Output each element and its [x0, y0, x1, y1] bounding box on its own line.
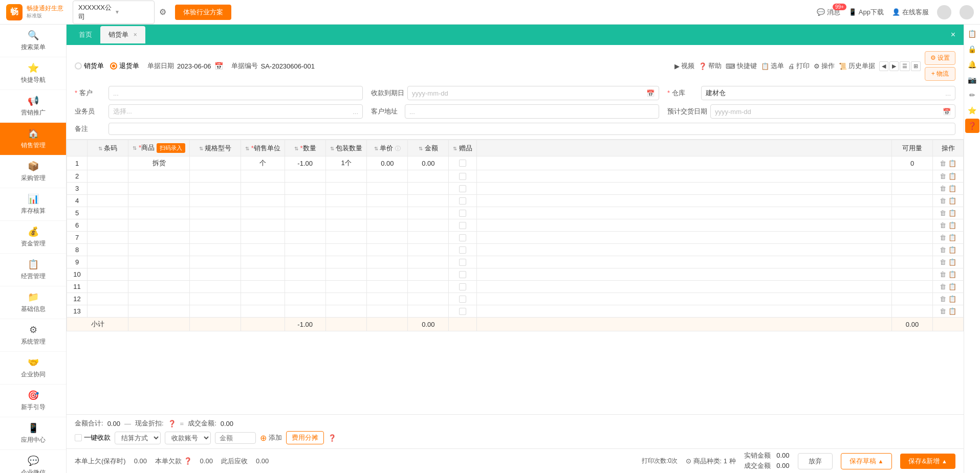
select-order-action[interactable]: 📋 选单	[761, 61, 784, 71]
gift-checkbox[interactable]	[459, 234, 466, 241]
delete-row-button[interactable]: 🗑	[940, 185, 946, 192]
sidebar-item-finance[interactable]: 💰 资金管理	[0, 221, 66, 254]
history-action[interactable]: 📜 历史单据	[839, 61, 875, 71]
next-button[interactable]: ▶	[889, 61, 899, 71]
sort-icon-pkg[interactable]: ⇅	[330, 146, 334, 151]
gift-checkbox[interactable]	[459, 296, 466, 303]
right-sidebar-item-4[interactable]: 📷	[965, 73, 979, 87]
gift-checkbox[interactable]	[459, 173, 466, 180]
sort-icon-amount[interactable]: ⇅	[419, 146, 423, 151]
delete-row-button[interactable]: 🗑	[940, 246, 946, 254]
right-sidebar-item-1[interactable]: 📋	[965, 27, 979, 41]
remarks-input[interactable]	[108, 123, 955, 135]
gift-checkbox[interactable]	[459, 197, 466, 205]
print-action[interactable]: 🖨 打印	[788, 61, 810, 71]
sidebar-item-enterprise[interactable]: 🤝 企业协同	[0, 352, 66, 385]
copy-row-button[interactable]: 📋	[948, 246, 956, 254]
sidebar-item-marketing[interactable]: 📢 营销推广	[0, 90, 66, 123]
sort-icon-spec[interactable]: ⇅	[199, 146, 203, 151]
expected-date-input[interactable]: yyyy-mm-dd 📅	[710, 104, 955, 119]
sidebar-item-operations[interactable]: 📋 经营管理	[0, 254, 66, 286]
sort-icon-gift[interactable]: ⇅	[453, 146, 457, 151]
amount-input[interactable]	[215, 432, 256, 444]
right-sidebar-item-2[interactable]: 🔒	[965, 42, 979, 56]
right-sidebar-item-6[interactable]: ⭐	[965, 103, 979, 118]
copy-row-button[interactable]: 📋	[948, 160, 956, 167]
settings-button[interactable]: ⚙	[155, 4, 171, 20]
row-barcode[interactable]	[88, 156, 128, 170]
th-qty[interactable]: ⇅ *数量	[285, 140, 325, 156]
delete-row-button[interactable]: 🗑	[940, 160, 946, 167]
tab-bar-close-icon[interactable]: ×	[951, 30, 955, 39]
salesperson-input[interactable]: 选择... ...	[108, 104, 363, 119]
gift-checkbox[interactable]	[459, 210, 466, 217]
online-service-button[interactable]: 👤 在线客服	[892, 8, 929, 17]
gift-checkbox[interactable]	[459, 160, 466, 167]
sort-icon-product[interactable]: ⇅	[133, 145, 137, 151]
help-action[interactable]: ❓ 帮助	[699, 61, 722, 71]
row-gift[interactable]	[449, 156, 477, 170]
save-draft-button[interactable]: 保存草稿 ▲	[841, 453, 892, 469]
delete-row-button[interactable]: 🗑	[940, 172, 946, 180]
save-new-button[interactable]: 保存&新增 ▲	[900, 454, 955, 469]
logistics-button[interactable]: + 物流	[925, 67, 955, 81]
row-spec[interactable]	[190, 156, 241, 170]
tab-home[interactable]: 首页	[71, 26, 100, 43]
delete-row-button[interactable]: 🗑	[940, 271, 946, 278]
sidebar-item-quick-nav[interactable]: ⭐ 快捷导航	[0, 57, 66, 90]
right-sidebar-item-7[interactable]: ❓	[965, 119, 979, 133]
due-date-input[interactable]: yyyy-mm-dd 📅	[407, 86, 659, 100]
expense-split-button[interactable]: 费用分摊	[286, 431, 324, 444]
tab-sales-order[interactable]: 销货单 ×	[100, 26, 145, 43]
add-circle-icon[interactable]: ⊕	[260, 433, 267, 443]
warehouse-input[interactable]: 建材仓 ...	[701, 86, 955, 100]
right-sidebar-item-3[interactable]: 🔔	[965, 57, 979, 72]
copy-row-button[interactable]: 📋	[948, 283, 956, 290]
right-sidebar-item-5[interactable]: ✏	[965, 88, 979, 102]
trial-button[interactable]: 体验行业方案	[175, 5, 231, 20]
one-click-payment-checkbox[interactable]: 一键收款	[75, 433, 111, 442]
gift-checkbox[interactable]	[459, 308, 466, 315]
list-view-button[interactable]: ☰	[900, 61, 910, 71]
th-amount[interactable]: ⇅ 金额	[408, 140, 449, 156]
copy-row-button[interactable]: 📋	[948, 185, 956, 192]
row-unit[interactable]: 个	[241, 156, 285, 170]
th-price[interactable]: ⇅ 单价 ⓘ	[367, 140, 408, 156]
gift-checkbox[interactable]	[459, 283, 466, 290]
row-product[interactable]: 拆货	[128, 156, 190, 170]
row-amount[interactable]: 0.00	[408, 156, 449, 170]
copy-row-button[interactable]: 📋	[948, 307, 956, 315]
delete-row-button[interactable]: 🗑	[940, 209, 946, 217]
radio-sales-order[interactable]: 销货单	[75, 61, 104, 71]
delete-row-button[interactable]: 🗑	[940, 234, 946, 241]
copy-row-button[interactable]: 📋	[948, 221, 956, 229]
copy-row-button[interactable]: 📋	[948, 258, 956, 266]
avatar[interactable]	[937, 5, 951, 19]
sort-icon-unit[interactable]: ⇅	[245, 146, 249, 151]
gift-checkbox[interactable]	[459, 222, 466, 229]
sidebar-item-app-center[interactable]: 📱 应用中心	[0, 417, 66, 450]
grid-view-button[interactable]: ⊞	[911, 61, 921, 71]
gift-checkbox[interactable]	[459, 246, 466, 254]
app-download-button[interactable]: 📱 App下载	[848, 8, 884, 17]
payment-checkbox[interactable]	[75, 434, 82, 441]
expense-info-icon[interactable]: ❓	[328, 434, 336, 442]
prev-button[interactable]: ◀	[879, 61, 888, 71]
sidebar-item-beginner[interactable]: 🎯 新手引导	[0, 385, 66, 417]
operate-action[interactable]: ⚙ 操作	[814, 61, 835, 71]
th-gift[interactable]: ⇅ 赠品	[449, 140, 477, 156]
delete-row-button[interactable]: 🗑	[940, 283, 946, 290]
th-unit[interactable]: ⇅ *销售单位	[241, 140, 285, 156]
copy-row-button[interactable]: 📋	[948, 234, 956, 241]
copy-row-button[interactable]: 📋	[948, 197, 956, 205]
sidebar-item-sales[interactable]: 🏠 销售管理	[0, 123, 66, 155]
copy-row-button[interactable]: 📋	[948, 209, 956, 217]
form-settings-button[interactable]: ⚙ 设置	[925, 51, 955, 65]
row-pkg-qty[interactable]: 1个	[325, 156, 367, 170]
gift-checkbox[interactable]	[459, 271, 466, 278]
th-available[interactable]: 可用量	[892, 140, 933, 156]
calc-method-select[interactable]: 结算方式	[115, 432, 161, 444]
tab-close-icon[interactable]: ×	[134, 31, 137, 38]
th-product[interactable]: ⇅ *商品 扫码录入	[128, 140, 190, 156]
sort-icon-barcode[interactable]: ⇅	[98, 146, 102, 151]
